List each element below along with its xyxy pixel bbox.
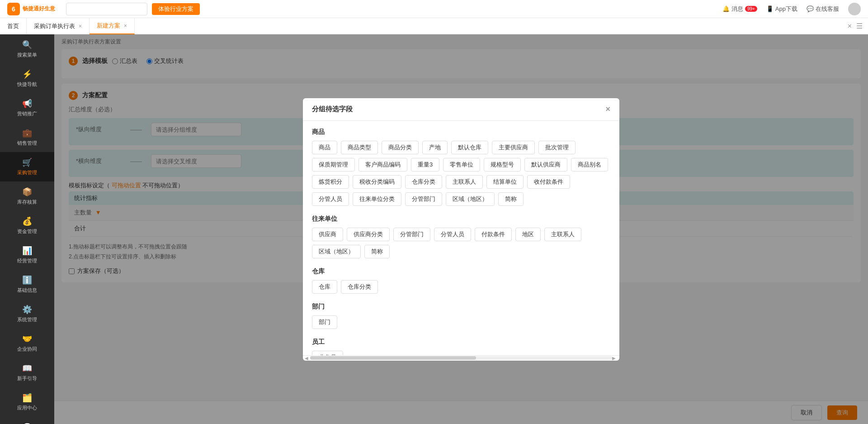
logo-area: 6 畅捷通好生意 [7, 3, 61, 15]
field-tag[interactable]: 商品类型 [341, 141, 378, 154]
hscroll-left-icon[interactable]: ◀ [305, 356, 310, 361]
apps-icon: 🗂️ [22, 393, 32, 403]
field-tag[interactable]: 客户商品编码 [359, 158, 407, 172]
sidebar-item-purchase[interactable]: 🛒 采购管理 [0, 152, 54, 181]
field-section-员工: 员工业务员 [312, 338, 610, 355]
field-tag[interactable]: 重量3 [411, 158, 439, 172]
hscroll-thumb [310, 356, 476, 360]
collaboration-icon: 🤝 [22, 334, 32, 344]
main-layout: 🔍 搜索菜单 ⚡ 快捷导航 📢 营销推广 💼 销售管理 🛒 采购管理 📦 库存核… [0, 34, 868, 424]
tab-bar: 首页 采购订单执行表 × 新建方案 × × ☰ [0, 18, 868, 34]
field-tag[interactable]: 主联系人 [544, 228, 581, 241]
logo-icon: 6 [7, 3, 20, 15]
tab-home[interactable]: 首页 [0, 18, 27, 34]
field-tag[interactable]: 默认仓库 [451, 141, 488, 154]
field-section-仓库: 仓库仓库仓库分类 [312, 267, 610, 294]
field-section-title: 往来单位 [312, 215, 610, 223]
field-tag[interactable]: 供应商 [312, 228, 343, 241]
field-tag[interactable]: 简称 [498, 192, 524, 206]
field-tag[interactable]: 零售单位 [443, 158, 480, 172]
field-tag[interactable]: 分管人员 [434, 228, 471, 241]
sidebar-item-wechat[interactable]: 💬 企业微信 [0, 417, 54, 424]
field-tags: 业务员 [312, 351, 610, 355]
modal-header: 分组待选字段 × [303, 98, 619, 121]
sidebar-item-basic-info[interactable]: ℹ️ 基础信息 [0, 270, 54, 299]
tab-close-all-icon[interactable]: × [848, 22, 852, 30]
field-tag[interactable]: 炼货积分 [312, 175, 349, 189]
field-tag[interactable]: 税收分类编码 [353, 175, 401, 189]
sidebar-item-system[interactable]: ⚙️ 系统管理 [0, 299, 54, 329]
top-search-input[interactable] [66, 3, 147, 15]
field-tag[interactable]: 仓库 [312, 280, 337, 294]
field-tag[interactable]: 规格型号 [484, 158, 521, 172]
sidebar-item-collaboration[interactable]: 🤝 企业协同 [0, 329, 54, 358]
sidebar-item-sales[interactable]: 💼 销售管理 [0, 123, 54, 152]
field-section-title: 部门 [312, 303, 610, 311]
field-tag[interactable]: 主联系人 [446, 175, 483, 189]
app-download-item[interactable]: 📱 App下载 [766, 5, 797, 13]
field-tag[interactable]: 区域（地区） [312, 245, 361, 258]
wechat-icon: 💬 [22, 422, 32, 424]
field-tag[interactable]: 业务员 [312, 351, 343, 355]
sidebar-item-apps[interactable]: 🗂️ 应用中心 [0, 387, 54, 417]
online-service-item[interactable]: 💬 在线客服 [807, 5, 839, 13]
field-tag[interactable]: 仓库分类 [341, 280, 378, 294]
field-tag[interactable]: 区域（地区） [446, 192, 495, 206]
sidebar-item-finance[interactable]: 💰 资金管理 [0, 211, 54, 240]
field-tag[interactable]: 产地 [422, 141, 448, 154]
sidebar-item-guide[interactable]: 📖 新手引导 [0, 358, 54, 387]
operation-icon: 📊 [22, 246, 32, 256]
field-tag[interactable]: 默认供应商 [524, 158, 567, 172]
field-tag[interactable]: 分管部门 [393, 228, 430, 241]
guide-icon: 📖 [22, 363, 32, 373]
field-tag[interactable]: 付款条件 [475, 228, 512, 241]
field-tag[interactable]: 商品分类 [382, 141, 419, 154]
field-tags: 商品商品类型商品分类产地默认仓库主要供应商批次管理保质期管理客户商品编码重量3零… [312, 141, 610, 206]
tab-bar-right: × ☰ [848, 22, 868, 30]
field-tag[interactable]: 地区 [515, 228, 541, 241]
download-icon: 📱 [766, 5, 774, 12]
bell-icon: 🔔 [722, 5, 730, 12]
tab-new-plan-close-icon[interactable]: × [124, 23, 127, 29]
field-tag[interactable]: 分管部门 [405, 192, 442, 206]
avatar[interactable] [848, 3, 861, 15]
sidebar-item-search[interactable]: 🔍 搜索菜单 [0, 34, 54, 64]
modal-close-icon[interactable]: × [605, 105, 610, 114]
search-icon: 🔍 [22, 40, 32, 50]
experience-btn[interactable]: 体验行业方案 [152, 3, 200, 15]
field-tag[interactable]: 部门 [312, 315, 337, 329]
field-tag[interactable]: 主要供应商 [492, 141, 535, 154]
field-tag[interactable]: 保质期管理 [312, 158, 355, 172]
field-tag[interactable]: 往来单位分类 [353, 192, 401, 206]
tab-new-plan[interactable]: 新建方案 × [90, 18, 135, 34]
field-tag[interactable]: 收付款条件 [527, 175, 570, 189]
sidebar-item-inventory[interactable]: 📦 库存核算 [0, 181, 54, 211]
system-icon: ⚙️ [22, 305, 32, 314]
finance-icon: 💰 [22, 216, 32, 226]
field-tags: 部门 [312, 315, 610, 329]
field-tag[interactable]: 结算单位 [486, 175, 524, 189]
field-tag[interactable]: 商品 [312, 141, 337, 154]
field-tag[interactable]: 分管人员 [312, 192, 349, 206]
field-section-title: 仓库 [312, 267, 610, 276]
tab-menu-icon[interactable]: ☰ [856, 22, 863, 30]
field-section-商品: 商品商品商品类型商品分类产地默认仓库主要供应商批次管理保质期管理客户商品编码重量… [312, 128, 610, 206]
modal-hscroll: ◀ ▶ [303, 355, 619, 361]
tab-purchase-close-icon[interactable]: × [79, 23, 82, 29]
hscroll-track [310, 356, 612, 360]
field-tag[interactable]: 批次管理 [538, 141, 576, 154]
field-tag[interactable]: 商品别名 [571, 158, 608, 172]
notification-badge: 99+ [745, 6, 757, 12]
sidebar-item-quick-nav[interactable]: ⚡ 快捷导航 [0, 64, 54, 93]
sidebar-item-marketing[interactable]: 📢 营销推广 [0, 93, 54, 123]
field-tag[interactable]: 简称 [364, 245, 390, 258]
service-icon: 💬 [807, 5, 814, 12]
sidebar-item-operation[interactable]: 📊 经营管理 [0, 240, 54, 270]
field-tag[interactable]: 供应商分类 [347, 228, 390, 241]
content-area: 采购订单执行表方案设置 1 选择模板 汇总表 交叉统计表 [54, 34, 868, 424]
tab-purchase-order[interactable]: 采购订单执行表 × [27, 18, 90, 34]
hscroll-right-icon[interactable]: ▶ [612, 356, 618, 361]
quick-nav-icon: ⚡ [22, 69, 32, 79]
notification-item[interactable]: 🔔 消息 99+ [722, 5, 757, 13]
field-tag[interactable]: 仓库分类 [405, 175, 442, 189]
